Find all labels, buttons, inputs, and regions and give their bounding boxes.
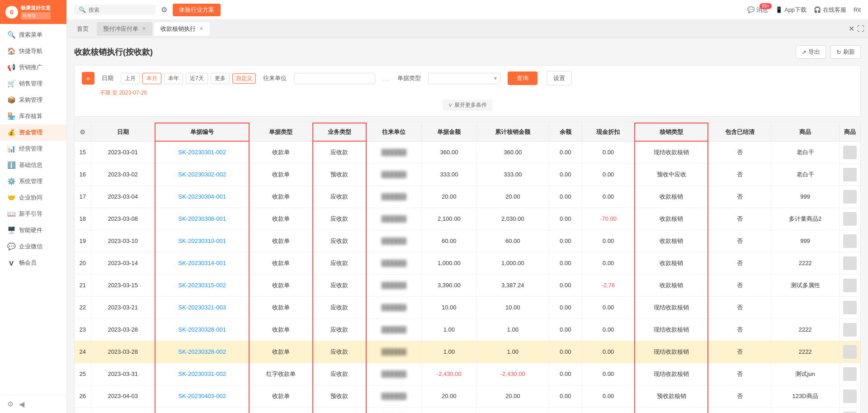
cell-seq: 25 [75, 363, 91, 385]
tab-home[interactable]: 首页 [71, 22, 95, 36]
date-more[interactable]: 更多 [211, 73, 230, 84]
sidebar-item-hardware[interactable]: 🖥️ 智能硬件 [0, 222, 66, 238]
cell-date: 2023-03-14 [91, 252, 155, 274]
col-header-balance: 余额 [549, 123, 582, 141]
cell-product-img [840, 230, 861, 252]
sidebar-item-member[interactable]: V 畅会员 [0, 255, 66, 271]
order-no-link[interactable]: SK-20230315-002 [178, 282, 226, 289]
cell-cash-discount: -70.00 [582, 208, 635, 230]
refresh-button[interactable]: ↻ 刷新 [830, 45, 861, 59]
date-range-text: 不限 至 2023-07-26 [100, 90, 147, 96]
col-settings-icon[interactable]: ⚙ [80, 128, 85, 136]
collapse-icon[interactable]: ◀ [19, 400, 24, 408]
sales-icon: 🛒 [7, 80, 15, 88]
guide-icon: 📖 [7, 210, 15, 218]
notice-button[interactable]: 💬 消息 99+ [747, 6, 768, 14]
partner-blurred: ██████ [382, 348, 406, 355]
cell-balance: 0.00 [549, 296, 582, 318]
date-custom-badge[interactable]: 自定义 [232, 73, 256, 84]
order-no-link[interactable]: SK-20230331-002 [178, 370, 226, 377]
cell-accum-netting: 2,030.00 [476, 208, 549, 230]
solution-button[interactable]: 体验行业方案 [173, 4, 221, 16]
date-this-month[interactable]: 本月 [142, 73, 161, 84]
close-window-button[interactable]: ✕ [849, 24, 854, 33]
doc-type-select[interactable] [428, 73, 500, 84]
sidebar-item-basic[interactable]: ℹ️ 基础信息 [0, 157, 66, 173]
sidebar-item-search[interactable]: 🔍 搜索菜单 [0, 27, 66, 43]
tab-receipts[interactable]: 收款核销执行 ✕ [154, 22, 210, 36]
cell-cash-discount: 0.00 [582, 318, 635, 341]
partner-input[interactable] [294, 73, 375, 84]
filter-more-dots[interactable]: ... [382, 75, 390, 82]
cell-product-img [840, 208, 861, 230]
query-button[interactable]: 查询 [508, 71, 538, 85]
date-7days[interactable]: 近7天 [186, 73, 208, 84]
cell-balance: 0.00 [549, 407, 582, 413]
date-last-month[interactable]: 上月 [121, 73, 140, 84]
order-no-link[interactable]: SK-20230403-002 [178, 393, 226, 399]
order-no-link[interactable]: SK-20230301-002 [178, 149, 226, 156]
topbar-search-input[interactable] [89, 7, 147, 13]
filter-settings-button[interactable]: 设置 [547, 71, 572, 85]
cell-partner: ██████ [366, 252, 422, 274]
sidebar-item-wechat[interactable]: 💬 企业微信 [0, 238, 66, 255]
sidebar-item-label: 畅会员 [19, 259, 37, 267]
topbar-search-box[interactable]: 🔍 [74, 5, 156, 15]
order-no-link[interactable]: SK-20230328-002 [178, 348, 226, 355]
cell-order-no: SK-20230304-001 [155, 185, 250, 208]
partner-blurred: ██████ [382, 304, 406, 311]
cell-cash-discount: 0.00 [582, 230, 635, 252]
cell-date: 2023-04-08 [91, 407, 155, 413]
cell-amount: 60.00 [422, 230, 476, 252]
export-button[interactable]: ↗ 导出 [796, 45, 826, 59]
cell-order-no: SK-20230302-002 [155, 163, 250, 185]
sidebar-item-purchase[interactable]: 📦 采购管理 [0, 92, 66, 108]
cell-biz-type: 应收款 [313, 230, 366, 252]
col-header-doc-type: 单据类型 [249, 123, 312, 141]
expand-more-button[interactable]: ∨ 展开更多条件 [443, 100, 492, 111]
app-download-button[interactable]: 📱 App下载 [775, 6, 807, 14]
cell-date: 2023-03-28 [91, 341, 155, 363]
order-no-link[interactable]: SK-20230314-001 [178, 260, 226, 266]
sidebar-item-system[interactable]: ⚙️ 系统管理 [0, 173, 66, 190]
order-no-link[interactable]: SK-20230328-001 [178, 326, 226, 333]
doc-type-label: 单据类型 [397, 74, 421, 82]
tab-close-icon[interactable]: ✕ [199, 26, 203, 32]
filter-expand-button[interactable]: » [82, 72, 94, 85]
tab-close-icon[interactable]: ✕ [142, 26, 146, 32]
sidebar-item-label: 新手引导 [19, 210, 42, 218]
order-no-link[interactable]: SK-20230302-002 [178, 171, 226, 178]
tab-prepay[interactable]: 预付冲应付单 ✕ [97, 22, 152, 36]
cell-biz-type: 应收款 [313, 318, 366, 341]
topbar-settings-icon[interactable]: ⚙ [161, 5, 167, 14]
col-header-accum-netting: 累计核销金额 [476, 123, 549, 141]
cell-order-no: SK-20230301-002 [155, 141, 250, 163]
cell-amount: 3,390.00 [422, 274, 476, 296]
sidebar-item-guide[interactable]: 📖 新手引导 [0, 206, 66, 222]
order-no-link[interactable]: SK-20230308-001 [178, 215, 226, 222]
date-this-year[interactable]: 本年 [164, 73, 183, 84]
sidebar-item-sales[interactable]: 🛒 销售管理 [0, 76, 66, 92]
cell-date: 2023-03-01 [91, 141, 155, 163]
order-no-link[interactable]: SK-20230310-001 [178, 237, 226, 244]
order-no-link[interactable]: SK-20230304-001 [178, 193, 226, 200]
cell-biz-type: 应收款 [313, 296, 366, 318]
maximize-window-button[interactable]: ⛶ [857, 24, 864, 33]
cell-biz-type: 应收款 [313, 274, 366, 296]
settings-icon[interactable]: ⚙ [7, 400, 14, 408]
online-service-button[interactable]: 🎧 在线客服 [814, 6, 846, 14]
sidebar-item-shortcut[interactable]: 🏠 快捷导航 [0, 43, 66, 59]
cell-partner: ██████ [366, 385, 422, 407]
content-area: 收款核销执行(按收款) ↗ 导出 ↻ 刷新 » 日期 上月 本月 [67, 38, 868, 413]
notice-icon: 💬 [747, 6, 755, 13]
sidebar-item-label: 采购管理 [19, 96, 42, 104]
sidebar-item-stock[interactable]: 🏪 库存核算 [0, 108, 66, 124]
sidebar-item-marketing[interactable]: 📢 营销推广 [0, 59, 66, 76]
sidebar-item-enterprise[interactable]: 🤝 企业协同 [0, 190, 66, 206]
sidebar-item-funds[interactable]: 💰 资金管理 [0, 124, 66, 141]
cell-order-no: SK-20230310-001 [155, 230, 250, 252]
order-no-link[interactable]: SK-20230321-003 [178, 304, 226, 311]
cell-amount: 1,000.00 [422, 252, 476, 274]
sidebar-item-operations[interactable]: 📊 经营管理 [0, 141, 66, 157]
user-menu[interactable]: Rit [854, 6, 861, 13]
